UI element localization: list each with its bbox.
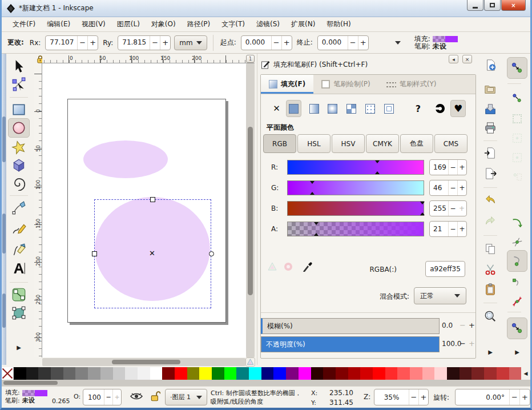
slider-marker[interactable] (420, 202, 425, 204)
green-plus-button[interactable]: + (457, 180, 466, 195)
palette-swatch[interactable] (360, 367, 373, 380)
red-minus-button[interactable]: − (448, 160, 457, 175)
snap-path-button[interactable] (507, 214, 527, 232)
status-stroke-value[interactable]: 未设 (22, 397, 35, 405)
palette-swatch[interactable] (397, 367, 410, 380)
start-plus-button[interactable]: + (281, 36, 292, 50)
horizontal-scrollbar[interactable] (42, 358, 245, 366)
toolbar-overflow-arrow-icon[interactable] (395, 41, 401, 45)
tab-rgb[interactable]: RGB (263, 134, 296, 153)
snap-nodes-button[interactable] (507, 250, 527, 272)
vertical-scrollbar[interactable] (246, 63, 255, 357)
blur-minus-button[interactable]: − (458, 321, 467, 329)
tab-cms[interactable]: CMS (434, 134, 467, 153)
export-button[interactable] (482, 166, 498, 182)
red-slider[interactable] (287, 160, 424, 175)
swatch-button[interactable] (362, 100, 378, 117)
palette-swatch[interactable] (434, 367, 447, 380)
layer-lock-icon[interactable] (150, 391, 160, 402)
vertical-ruler[interactable]: 0 50 100 150 200 250 300 (34, 63, 42, 357)
menu-layer[interactable]: 图层(L) (112, 18, 145, 31)
palette-swatch[interactable] (51, 367, 63, 380)
tab-stroke-style[interactable]: 笔刷样式(Y) (378, 75, 445, 94)
palette-swatch[interactable] (422, 367, 435, 380)
snap-bbox-midpoints-button[interactable] (507, 148, 527, 167)
palette-swatch[interactable] (460, 367, 472, 380)
red-value[interactable]: 169 (430, 160, 448, 175)
palette-swatch[interactable] (336, 367, 348, 380)
palette-swatch[interactable] (224, 367, 237, 380)
end-minus-button[interactable]: − (348, 36, 358, 50)
unit-dropdown[interactable]: mm (174, 35, 207, 50)
end-value[interactable]: 0.000 (318, 36, 348, 50)
object-opacity-spinbox[interactable]: 100 − + (83, 389, 122, 405)
snap-bbox-button[interactable] (507, 89, 527, 107)
layer-visibility-eye-icon[interactable] (130, 391, 143, 401)
slider-marker[interactable] (310, 192, 315, 195)
node-editor-tool-button[interactable] (10, 77, 28, 93)
left-resize-handle[interactable] (92, 251, 97, 256)
status-fill-swatch[interactable] (22, 390, 47, 396)
center-mark[interactable]: ✕ (149, 249, 155, 258)
opacity-plus-button[interactable]: + (112, 389, 121, 405)
zoom-plus-button[interactable]: + (418, 389, 428, 405)
gradient-tool-button[interactable] (10, 305, 28, 321)
undo-button[interactable] (482, 192, 498, 208)
calligraphy-tool-button[interactable] (10, 242, 28, 258)
sticky-zoom-button[interactable]: 1 (246, 55, 255, 63)
horizontal-ruler[interactable]: 0 50 100 150 200 (42, 55, 255, 63)
snap-smooth-nodes-button[interactable] (507, 274, 527, 292)
panel-close-button[interactable]: × (462, 55, 472, 63)
blend-mode-dropdown[interactable]: 正常 (414, 287, 466, 304)
text-tool-button[interactable] (10, 260, 28, 276)
palette-swatch[interactable] (113, 367, 126, 380)
stroke-width-value[interactable]: 0.265 (52, 397, 70, 405)
palette-swatch[interactable] (187, 367, 200, 380)
palette-swatch[interactable] (175, 367, 187, 380)
palette-swatch[interactable] (212, 367, 224, 380)
palette-swatch[interactable] (471, 367, 484, 380)
end-plus-button[interactable]: + (358, 36, 368, 50)
slider-marker[interactable] (375, 160, 380, 163)
fill-rule-nonzero-button[interactable]: ♥ (450, 100, 466, 117)
opacity-minus-button[interactable]: − (104, 389, 112, 405)
alpha-spinbox[interactable]: 21 − + (429, 221, 467, 237)
palette-swatch[interactable] (100, 367, 113, 380)
palette-swatch[interactable] (26, 367, 39, 380)
green-spinbox[interactable]: 46 − + (429, 180, 467, 196)
palette-swatch[interactable] (14, 367, 26, 380)
paste-button[interactable] (482, 282, 498, 298)
green-minus-button[interactable]: − (448, 180, 457, 195)
palette-swatch[interactable] (299, 367, 311, 380)
rgba-input[interactable]: a92eff35 (425, 261, 465, 277)
palette-swatch[interactable] (286, 367, 299, 380)
status-fill-stroke[interactable]: 填充: 笔刷: 未设 (5, 389, 47, 405)
menu-edit[interactable]: 编辑(E) (42, 18, 75, 31)
alpha-slider[interactable] (287, 222, 424, 236)
cut-button[interactable] (482, 262, 498, 278)
new-document-button[interactable] (482, 57, 498, 73)
ry-minus-button[interactable]: − (150, 36, 160, 50)
snap-bbox-centers-button[interactable] (507, 168, 527, 186)
fill-color-swatch[interactable] (433, 36, 458, 42)
palette-swatch[interactable] (447, 367, 460, 380)
color-picker-dropper-icon[interactable] (302, 261, 313, 272)
toolbox-overflow-button[interactable]: ▶ (10, 343, 28, 352)
alpha-plus-button[interactable]: + (457, 222, 466, 236)
snap-bbox-edges-button[interactable] (507, 110, 527, 128)
palette-scrollbar-thumb[interactable] (3, 381, 58, 385)
rectangle-tool-button[interactable] (10, 102, 28, 118)
top-resize-handle[interactable] (150, 197, 155, 202)
blue-value[interactable]: 255 (430, 201, 448, 216)
snap-others-button[interactable] (507, 317, 527, 339)
palette-swatch[interactable] (38, 367, 51, 380)
selector-tool-button[interactable] (10, 58, 28, 74)
tab-wheel[interactable]: 色盘 (400, 134, 433, 153)
tab-hsv[interactable]: HSV (332, 134, 365, 153)
palette-swatch[interactable] (249, 367, 261, 380)
pencil-tool-button[interactable] (10, 222, 28, 238)
unset-paint-button[interactable]: ? (410, 100, 426, 117)
rx-minus-button[interactable]: − (77, 36, 87, 50)
save-document-button[interactable] (482, 101, 498, 117)
zoom-value[interactable]: 35% (374, 389, 409, 405)
